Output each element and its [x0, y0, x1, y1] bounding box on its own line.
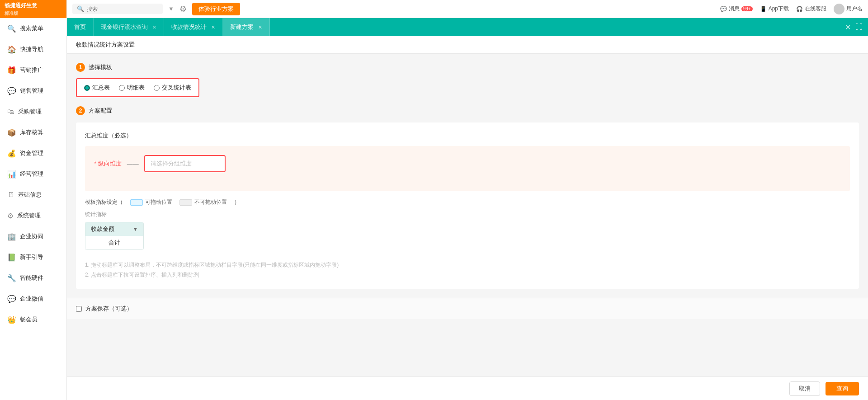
service-icon: 🎧 [796, 6, 803, 12]
sidebar-item-purchase[interactable]: 🛍 采购管理 [0, 101, 66, 122]
sidebar-item-smart[interactable]: 🔧 智能硬件 [0, 268, 66, 288]
wechat-icon: 💬 [7, 295, 16, 303]
dimension-select[interactable]: 请选择分组维度 [144, 155, 226, 172]
template-option-summary[interactable]: 汇总表 [84, 84, 110, 92]
tab-receipt-stat[interactable]: 收款情况统计 ✕ [164, 18, 223, 36]
page-header: 收款情况统计方案设置 [67, 36, 868, 54]
sidebar-item-enterprise[interactable]: 🏢 企业协同 [0, 226, 66, 247]
tab-actions: ✕ ⛶ [840, 18, 868, 36]
save-plan-checkbox[interactable] [76, 306, 82, 312]
section1-header: 1 选择模板 [76, 63, 859, 72]
sidebar-item-label: 企业协同 [20, 232, 43, 240]
page-body: 1 选择模板 汇总表 明细表 交叉统计表 [67, 54, 868, 298]
content-area: 收款情况统计方案设置 1 选择模板 汇总表 明细表 [67, 36, 868, 376]
indicator-column-name: 收款金额 [91, 225, 114, 233]
sidebar: 畅捷通好生意 标准版 🔍 搜索菜单 🏠 快捷导航 🎁 营销推广 💬 销售管理 🛍… [0, 0, 67, 400]
sidebar-item-label: 快捷导航 [20, 45, 43, 53]
template-summary-label: 汇总表 [92, 84, 110, 92]
bag-icon: 🛍 [7, 108, 14, 116]
cancel-button[interactable]: 取消 [789, 381, 820, 396]
sidebar-item-finance[interactable]: 💰 资金管理 [0, 143, 66, 164]
sidebar-item-label: 搜索菜单 [20, 24, 43, 33]
template-option-detail[interactable]: 明细表 [119, 84, 145, 92]
config-section: 汇总维度（必选） * 纵向维度 —— 请选择分组维度 模板指标设定（ [76, 122, 859, 289]
search-input[interactable] [87, 6, 150, 12]
tab-new-plan-close[interactable]: ✕ [258, 24, 262, 30]
movable-legend-box [130, 199, 143, 206]
sidebar-item-label: 库存核算 [20, 128, 43, 136]
indicators-label: 统计指标 [85, 211, 850, 218]
close-window-icon[interactable]: ✕ [845, 23, 851, 32]
message-icon: 💬 [720, 6, 727, 12]
template-radio-detail[interactable] [119, 85, 125, 91]
tab-bank-flow-close[interactable]: ✕ [152, 24, 156, 30]
section2-title: 方案配置 [89, 107, 112, 115]
gift-icon: 🎁 [7, 66, 16, 75]
query-button[interactable]: 查询 [826, 382, 859, 395]
settings-icon[interactable]: ⚙ [179, 4, 187, 14]
tab-new-plan[interactable]: 新建方案 ✕ [223, 18, 270, 36]
sidebar-item-wechat[interactable]: 💬 企业微信 [0, 288, 66, 309]
sidebar-item-basic[interactable]: 🖥 基础信息 [0, 184, 66, 205]
logo-edition: 标准版 [5, 10, 37, 17]
online-service-action[interactable]: 🎧 在线客服 [796, 5, 826, 13]
sidebar-item-inventory[interactable]: 📦 库存核算 [0, 122, 66, 143]
section2: 2 方案配置 汇总维度（必选） * 纵向维度 —— 请选择分组维度 [76, 106, 859, 289]
chevron-down-icon[interactable]: ▼ [133, 226, 138, 232]
indicators-body: 合计 [85, 236, 143, 249]
sidebar-item-sales[interactable]: 💬 销售管理 [0, 80, 66, 101]
indicators-header[interactable]: 收款金额 ▼ [85, 222, 143, 236]
sidebar-item-label: 经营管理 [20, 170, 43, 178]
section1-title: 选择模板 [89, 63, 112, 71]
message-label: 消息 [729, 5, 740, 13]
sidebar-item-label: 新手引导 [20, 253, 43, 261]
template-option-cross[interactable]: 交叉统计表 [154, 84, 191, 92]
maximize-icon[interactable]: ⛶ [855, 23, 863, 31]
page-title: 收款情况统计方案设置 [76, 41, 135, 48]
footer-section: 方案保存（可选） [67, 298, 868, 319]
indicator-row-value: 合计 [108, 239, 120, 246]
template-radio-cross[interactable] [154, 85, 160, 91]
tab-new-plan-label: 新建方案 [230, 23, 254, 31]
template-detail-label: 明细表 [127, 84, 145, 92]
user-action[interactable]: 用户名 [834, 4, 863, 14]
tab-receipt-stat-close[interactable]: ✕ [211, 24, 215, 30]
sidebar-item-guide[interactable]: 📗 新手引导 [0, 247, 66, 268]
tab-home[interactable]: 首页 [67, 18, 94, 36]
money-icon: 💰 [7, 149, 16, 158]
sidebar-item-operations[interactable]: 📊 经营管理 [0, 164, 66, 184]
sidebar-item-system[interactable]: ⚙ 系统管理 [0, 205, 66, 226]
message-badge: 99+ [741, 6, 753, 11]
download-label: App下载 [769, 5, 789, 13]
fixed-legend-label: 不可拖动位置 [194, 198, 227, 206]
sidebar-item-search-menu[interactable]: 🔍 搜索菜单 [0, 18, 66, 39]
topbar: 🔍 ▼ ⚙ 体验行业方案 💬 消息 99+ 📱 App下载 🎧 在线客服 用户名 [67, 0, 868, 18]
sidebar-item-label: 系统管理 [17, 212, 41, 220]
sidebar-item-quick-nav[interactable]: 🏠 快捷导航 [0, 39, 66, 60]
topbar-actions: 💬 消息 99+ 📱 App下载 🎧 在线客服 用户名 [720, 4, 863, 14]
template-cross-label: 交叉统计表 [162, 84, 191, 92]
sidebar-item-label: 销售管理 [20, 87, 43, 95]
search-box[interactable]: 🔍 [72, 4, 163, 14]
template-selector-box: 汇总表 明细表 交叉统计表 [76, 78, 199, 97]
message-action[interactable]: 💬 消息 99+ [720, 5, 753, 13]
sidebar-item-member[interactable]: 👑 畅会员 [0, 309, 66, 330]
download-icon: 📱 [760, 6, 767, 12]
dimension-box: * 纵向维度 —— 请选择分组维度 [85, 146, 850, 191]
app-download-action[interactable]: 📱 App下载 [760, 5, 789, 13]
user-name: 用户名 [846, 5, 863, 13]
dropdown-arrow-icon[interactable]: ▼ [168, 5, 174, 12]
service-label: 在线客服 [805, 5, 826, 13]
legend-close: ） [234, 198, 240, 206]
template-radio-summary[interactable] [84, 85, 90, 91]
box-icon: 📦 [7, 128, 16, 137]
main-area: 🔍 ▼ ⚙ 体验行业方案 💬 消息 99+ 📱 App下载 🎧 在线客服 用户名 [67, 0, 868, 400]
trial-button[interactable]: 体验行业方案 [192, 3, 240, 15]
sidebar-item-marketing[interactable]: 🎁 营销推广 [0, 60, 66, 80]
fixed-legend-item: 不可拖动位置 [179, 198, 227, 206]
sidebar-item-label: 企业微信 [20, 295, 43, 303]
sidebar-item-label: 基础信息 [18, 191, 42, 199]
indicators-table: 收款金额 ▼ 合计 [85, 222, 144, 250]
sidebar-item-label: 资金管理 [20, 149, 43, 157]
tab-bank-flow[interactable]: 现金银行流水查询 ✕ [94, 18, 164, 36]
